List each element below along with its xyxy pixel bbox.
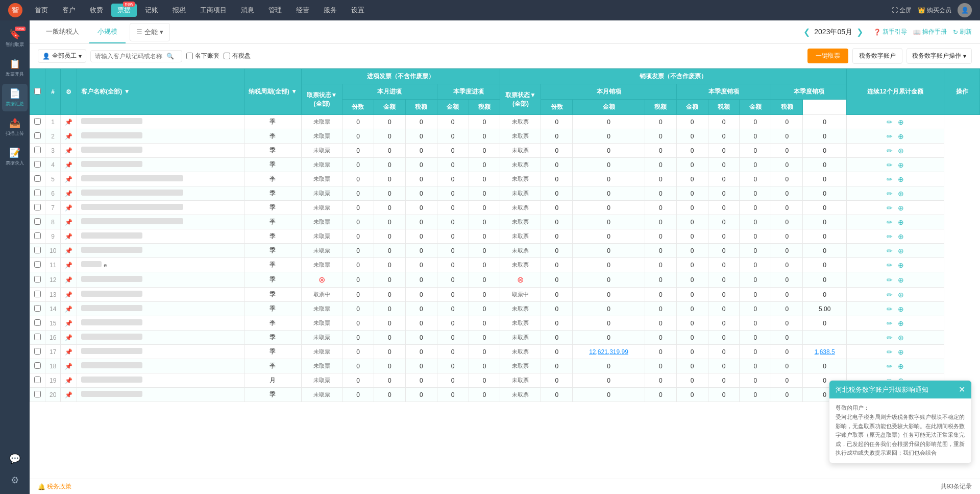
copy-btn-18[interactable]: ⊕ — [896, 362, 905, 370]
cell-pin[interactable]: 📌 — [61, 244, 77, 258]
row-checkbox-11[interactable] — [34, 261, 41, 268]
cell-customer[interactable] — [77, 316, 244, 331]
cell-customer[interactable] — [77, 388, 244, 402]
copy-btn-15[interactable]: ⊕ — [896, 319, 905, 327]
tab-small-scale[interactable]: 小规模 — [89, 21, 126, 43]
edit-btn-15[interactable]: ✏ — [885, 319, 894, 327]
cell-pin[interactable]: 📌 — [61, 316, 77, 331]
cell-customer[interactable] — [77, 172, 244, 186]
th-out-status[interactable]: 取票状态▼(全部) — [500, 84, 541, 115]
sidebar-item-message[interactable]: 💬 — [2, 449, 28, 468]
search-icon[interactable]: 🔍 — [166, 53, 174, 60]
copy-btn-7[interactable]: ⊕ — [896, 204, 905, 212]
cell-pin[interactable]: 📌 — [61, 129, 77, 144]
cell-pin[interactable]: 📌 — [61, 144, 77, 158]
edit-btn-9[interactable]: ✏ — [885, 232, 894, 241]
row-checkbox-7[interactable] — [34, 204, 41, 210]
cell-pin[interactable]: 📌 — [61, 229, 77, 244]
cell-pin[interactable]: 📌 — [61, 331, 77, 345]
edit-btn-8[interactable]: ✏ — [885, 218, 894, 226]
copy-btn-5[interactable]: ⊕ — [896, 175, 905, 183]
nav-item-message[interactable]: 消息 — [235, 4, 260, 17]
copy-btn-3[interactable]: ⊕ — [896, 147, 905, 155]
cell-customer[interactable] — [77, 186, 244, 201]
copy-btn-4[interactable]: ⊕ — [896, 161, 905, 169]
nav-item-service[interactable]: 服务 — [317, 4, 343, 17]
one-key-invoice-btn[interactable]: 一键取票 — [807, 49, 848, 63]
row-checkbox-6[interactable] — [34, 190, 41, 196]
edit-btn-7[interactable]: ✏ — [885, 204, 894, 212]
guide-btn[interactable]: ❓ 新手引导 — [873, 28, 907, 36]
nav-item-manage[interactable]: 管理 — [262, 4, 288, 17]
search-input[interactable] — [95, 53, 166, 60]
row-checkbox-15[interactable] — [34, 319, 41, 326]
nav-item-fee[interactable]: 收费 — [84, 4, 109, 17]
cell-customer[interactable] — [77, 201, 244, 215]
edit-btn-18[interactable]: ✏ — [885, 362, 894, 370]
edit-btn-12[interactable]: ✏ — [885, 276, 894, 284]
cell-pin[interactable]: 📌 — [61, 345, 77, 359]
nav-item-bookkeeping[interactable]: 记账 — [139, 4, 164, 17]
row-checkbox-3[interactable] — [34, 147, 41, 153]
employee-select[interactable]: 👤 全部员工 ▾ — [38, 49, 86, 63]
cell-customer[interactable] — [77, 129, 244, 144]
cell-pin[interactable]: 📌 — [61, 388, 77, 402]
copy-btn-16[interactable]: ⊕ — [896, 334, 905, 342]
cell-pin[interactable]: 📌 — [61, 373, 77, 388]
tax-digital-action-btn[interactable]: 税务数字账户操作 ▾ — [906, 48, 972, 64]
sidebar-item-invoice-summary[interactable]: 📄 票据汇总 — [2, 84, 28, 111]
checkbox-tax-disk[interactable]: 有税盘 — [224, 52, 251, 60]
tax-policy-link[interactable]: 🔔 税务政策 — [38, 482, 71, 491]
checkbox-sub-account[interactable]: 名下账套 — [186, 52, 219, 60]
nav-item-operation[interactable]: 经营 — [290, 4, 315, 17]
cell-customer[interactable] — [77, 244, 244, 258]
edit-btn-1[interactable]: ✏ — [885, 118, 894, 126]
nav-item-home[interactable]: 首页 — [29, 4, 54, 17]
cell-customer[interactable] — [77, 158, 244, 172]
copy-btn-13[interactable]: ⊕ — [896, 291, 905, 299]
row-checkbox-12[interactable] — [34, 276, 41, 283]
copy-btn-14[interactable]: ⊕ — [896, 305, 905, 313]
row-checkbox-5[interactable] — [34, 175, 41, 182]
edit-btn-5[interactable]: ✏ — [885, 175, 894, 183]
edit-btn-11[interactable]: ✏ — [885, 261, 894, 269]
row-checkbox-17[interactable] — [34, 348, 41, 355]
ytd-amount-link[interactable]: 1,638.5 — [815, 348, 835, 356]
edit-btn-6[interactable]: ✏ — [885, 190, 894, 198]
tab-general-taxpayer[interactable]: 一般纳税人 — [38, 21, 87, 43]
refresh-btn[interactable]: ↻ 刷新 — [953, 28, 972, 36]
edit-btn-14[interactable]: ✏ — [885, 305, 894, 313]
popup-close-btn[interactable]: ✕ — [959, 385, 965, 394]
next-month-btn[interactable]: ❯ — [856, 27, 863, 37]
cell-customer[interactable]: e — [77, 258, 244, 272]
cell-pin[interactable]: 📌 — [61, 186, 77, 201]
cell-pin[interactable]: 📌 — [61, 288, 77, 302]
copy-btn-1[interactable]: ⊕ — [896, 118, 905, 126]
cell-pin[interactable]: 📌 — [61, 172, 77, 186]
cell-pin[interactable]: 📌 — [61, 359, 77, 373]
cell-customer[interactable] — [77, 215, 244, 229]
row-checkbox-19[interactable] — [34, 377, 41, 383]
nav-item-invoice[interactable]: 票据 new — [111, 4, 137, 17]
cell-customer[interactable] — [77, 229, 244, 244]
logo[interactable]: 智 — [8, 3, 22, 17]
row-checkbox-9[interactable] — [34, 232, 41, 239]
copy-btn-10[interactable]: ⊕ — [896, 247, 905, 255]
cell-customer[interactable] — [77, 359, 244, 373]
out-amount-link[interactable]: 12,621,319.99 — [589, 348, 628, 356]
cell-pin[interactable]: 📌 — [61, 215, 77, 229]
row-checkbox-13[interactable] — [34, 291, 41, 297]
nav-item-settings[interactable]: 设置 — [345, 4, 371, 17]
cell-customer[interactable] — [77, 115, 244, 129]
edit-btn-3[interactable]: ✏ — [885, 147, 894, 155]
row-checkbox-10[interactable] — [34, 247, 41, 253]
cell-customer[interactable] — [77, 345, 244, 359]
nav-item-tax[interactable]: 报税 — [166, 4, 192, 17]
row-checkbox-8[interactable] — [34, 218, 41, 225]
edit-btn-13[interactable]: ✏ — [885, 291, 894, 299]
copy-btn-9[interactable]: ⊕ — [896, 232, 905, 241]
edit-btn-2[interactable]: ✏ — [885, 132, 894, 140]
row-checkbox-14[interactable] — [34, 305, 41, 312]
cell-customer[interactable] — [77, 272, 244, 288]
cell-pin[interactable]: 📌 — [61, 302, 77, 316]
